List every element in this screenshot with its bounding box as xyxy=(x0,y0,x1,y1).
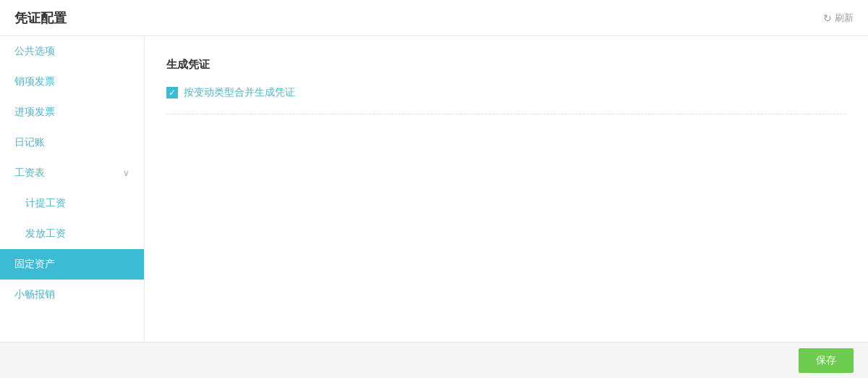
refresh-label: 刷新 xyxy=(835,12,854,25)
sidebar-item-label: 小畅报销 xyxy=(14,288,55,301)
chevron-down-icon: ∨ xyxy=(123,168,129,178)
sidebar-item-pay-salary[interactable]: 发放工资 xyxy=(0,219,144,249)
sidebar-item-label: 日记账 xyxy=(14,136,45,149)
merge-by-type-checkbox[interactable] xyxy=(166,87,178,98)
sidebar-item-label: 进项发票 xyxy=(14,106,55,119)
page-wrapper: 凭证配置 ↻ 刷新 公共选项销项发票进项发票日记账工资表∨计提工资发放工资固定资… xyxy=(0,0,868,378)
sidebar-item-label: 发放工资 xyxy=(25,227,66,240)
sidebar-item-calc-salary[interactable]: 计提工资 xyxy=(0,188,144,219)
sidebar: 公共选项销项发票进项发票日记账工资表∨计提工资发放工资固定资产小畅报销 xyxy=(0,36,145,342)
section-divider xyxy=(166,114,846,114)
sidebar-item-public-options[interactable]: 公共选项 xyxy=(0,36,144,67)
refresh-icon: ↻ xyxy=(823,12,832,24)
checkbox-label[interactable]: 按变动类型合并生成凭证 xyxy=(184,86,295,99)
sidebar-item-fixed-assets[interactable]: 固定资产 xyxy=(0,249,144,280)
sidebar-item-label: 公共选项 xyxy=(14,45,55,58)
sidebar-item-journal[interactable]: 日记账 xyxy=(0,127,144,158)
checkbox-row: 按变动类型合并生成凭证 xyxy=(166,86,846,99)
refresh-button[interactable]: ↻ 刷新 xyxy=(823,12,854,25)
sidebar-item-purchase-invoice[interactable]: 进项发票 xyxy=(0,97,144,127)
sidebar-item-sales-invoice[interactable]: 销项发票 xyxy=(0,67,144,97)
section-title: 生成凭证 xyxy=(166,58,846,72)
sidebar-item-label: 销项发票 xyxy=(14,75,55,88)
sidebar-item-label: 固定资产 xyxy=(14,258,55,271)
save-button[interactable]: 保存 xyxy=(799,348,854,373)
header: 凭证配置 ↻ 刷新 xyxy=(0,0,868,36)
sidebar-item-label: 计提工资 xyxy=(25,197,66,210)
page-title: 凭证配置 xyxy=(14,9,67,27)
sidebar-item-expense-report[interactable]: 小畅报销 xyxy=(0,280,144,310)
sidebar-item-payroll-table[interactable]: 工资表∨ xyxy=(0,158,144,188)
body: 公共选项销项发票进项发票日记账工资表∨计提工资发放工资固定资产小畅报销 生成凭证… xyxy=(0,36,868,342)
main-content: 生成凭证 按变动类型合并生成凭证 xyxy=(145,36,868,342)
footer: 保存 xyxy=(0,342,868,378)
sidebar-item-label: 工资表 xyxy=(14,167,45,180)
